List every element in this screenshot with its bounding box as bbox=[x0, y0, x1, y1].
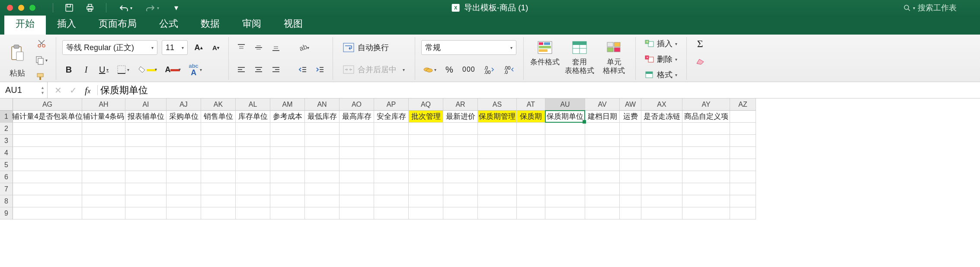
cell-AP9[interactable] bbox=[374, 207, 409, 219]
cell-AS1[interactable]: 保质期管理 bbox=[478, 111, 517, 123]
cell-AW1[interactable]: 运费 bbox=[620, 111, 641, 123]
cell-AH7[interactable] bbox=[82, 183, 125, 195]
cell-AY1[interactable]: 商品自定义项 bbox=[682, 111, 730, 123]
tab-数据[interactable]: 数据 bbox=[189, 13, 231, 35]
cell-AZ9[interactable] bbox=[730, 207, 756, 219]
cell-AO3[interactable] bbox=[339, 135, 374, 147]
cell-AO5[interactable] bbox=[339, 159, 374, 171]
row-header-6[interactable]: 6 bbox=[0, 171, 13, 183]
cell-AT4[interactable] bbox=[517, 147, 545, 159]
cell-AG1[interactable]: 辅计量4是否包装单位 bbox=[13, 111, 82, 123]
row-header-9[interactable]: 9 bbox=[0, 207, 13, 219]
cell-AK7[interactable] bbox=[201, 183, 236, 195]
italic-button[interactable]: I bbox=[80, 63, 93, 76]
cell-AV9[interactable] bbox=[585, 207, 620, 219]
column-header-AQ[interactable]: AQ bbox=[409, 99, 443, 111]
cell-AT3[interactable] bbox=[517, 135, 545, 147]
cell-AX2[interactable] bbox=[641, 123, 682, 135]
cell-AI1[interactable]: 报表辅单位 bbox=[125, 111, 167, 123]
font-name-combo[interactable]: 等线 Regular (正文)▾ bbox=[62, 40, 157, 55]
increase-decimal-button[interactable]: .0.00 bbox=[482, 63, 497, 76]
cell-AO4[interactable] bbox=[339, 147, 374, 159]
cell-AU8[interactable] bbox=[545, 195, 585, 207]
cell-AX3[interactable] bbox=[641, 135, 682, 147]
cell-AM1[interactable]: 参考成本 bbox=[270, 111, 305, 123]
cell-AH3[interactable] bbox=[82, 135, 125, 147]
cell-AG6[interactable] bbox=[13, 171, 82, 183]
cell-AU9[interactable] bbox=[545, 207, 585, 219]
cell-AY2[interactable] bbox=[682, 123, 730, 135]
cell-AV8[interactable] bbox=[585, 195, 620, 207]
fill-color-button[interactable]: ▾ bbox=[136, 63, 158, 76]
cell-AX4[interactable] bbox=[641, 147, 682, 159]
cell-AL4[interactable] bbox=[236, 147, 270, 159]
cell-AR2[interactable] bbox=[443, 123, 478, 135]
cell-AO7[interactable] bbox=[339, 183, 374, 195]
cell-AZ5[interactable] bbox=[730, 159, 756, 171]
row-header-2[interactable]: 2 bbox=[0, 123, 13, 135]
cell-AS8[interactable] bbox=[478, 195, 517, 207]
row-header-5[interactable]: 5 bbox=[0, 159, 13, 171]
increase-indent-button[interactable] bbox=[314, 63, 327, 76]
cell-AJ6[interactable] bbox=[167, 171, 201, 183]
cell-AZ6[interactable] bbox=[730, 171, 756, 183]
cell-AM3[interactable] bbox=[270, 135, 305, 147]
cell-AN1[interactable]: 最低库存 bbox=[305, 111, 339, 123]
column-header-AV[interactable]: AV bbox=[585, 99, 620, 111]
cell-AR8[interactable] bbox=[443, 195, 478, 207]
cell-AZ7[interactable] bbox=[730, 183, 756, 195]
cell-AP2[interactable] bbox=[374, 123, 409, 135]
cell-AP3[interactable] bbox=[374, 135, 409, 147]
cell-AW9[interactable] bbox=[620, 207, 641, 219]
cell-AI3[interactable] bbox=[125, 135, 167, 147]
currency-button[interactable]: ▾ bbox=[421, 63, 439, 76]
cell-AN8[interactable] bbox=[305, 195, 339, 207]
clear-button[interactable] bbox=[693, 54, 708, 67]
cell-AM8[interactable] bbox=[270, 195, 305, 207]
cell-AQ8[interactable] bbox=[409, 195, 443, 207]
cell-AN5[interactable] bbox=[305, 159, 339, 171]
align-center-button[interactable] bbox=[252, 63, 265, 76]
cell-AO8[interactable] bbox=[339, 195, 374, 207]
cell-AU3[interactable] bbox=[545, 135, 585, 147]
cell-AQ1[interactable]: 批次管理 bbox=[409, 111, 443, 123]
column-header-AG[interactable]: AG bbox=[13, 99, 82, 111]
cell-AL6[interactable] bbox=[236, 171, 270, 183]
cell-AX5[interactable] bbox=[641, 159, 682, 171]
paste-button[interactable] bbox=[6, 42, 29, 64]
cell-AT6[interactable] bbox=[517, 171, 545, 183]
cell-AX1[interactable]: 是否走冻链 bbox=[641, 111, 682, 123]
column-header-AI[interactable]: AI bbox=[125, 99, 167, 111]
increase-font-button[interactable]: A▴ bbox=[192, 41, 205, 54]
decrease-font-button[interactable]: A▾ bbox=[209, 41, 222, 54]
tab-开始[interactable]: 开始 bbox=[4, 13, 46, 35]
cell-AH4[interactable] bbox=[82, 147, 125, 159]
cell-AT9[interactable] bbox=[517, 207, 545, 219]
cell-AN2[interactable] bbox=[305, 123, 339, 135]
column-header-AP[interactable]: AP bbox=[374, 99, 409, 111]
cell-AM7[interactable] bbox=[270, 183, 305, 195]
cell-AR9[interactable] bbox=[443, 207, 478, 219]
row-header-1[interactable]: 1 bbox=[0, 111, 13, 123]
fx-icon[interactable]: fx bbox=[85, 85, 90, 96]
cell-AT7[interactable] bbox=[517, 183, 545, 195]
cell-AT5[interactable] bbox=[517, 159, 545, 171]
cell-AU5[interactable] bbox=[545, 159, 585, 171]
font-size-combo[interactable]: 11▾ bbox=[162, 40, 188, 55]
delete-cells-button[interactable]: × 删除▾ bbox=[642, 53, 680, 66]
column-header-AY[interactable]: AY bbox=[682, 99, 730, 111]
minimize-window-button[interactable] bbox=[18, 5, 24, 11]
cell-AU1[interactable]: 保质期单位 bbox=[545, 111, 585, 123]
cell-AL9[interactable] bbox=[236, 207, 270, 219]
cell-AX8[interactable] bbox=[641, 195, 682, 207]
close-window-button[interactable] bbox=[7, 5, 13, 11]
cell-AT8[interactable] bbox=[517, 195, 545, 207]
cell-AS3[interactable] bbox=[478, 135, 517, 147]
cell-AS6[interactable] bbox=[478, 171, 517, 183]
cell-AJ8[interactable] bbox=[167, 195, 201, 207]
save-icon[interactable] bbox=[64, 3, 74, 13]
formula-input[interactable] bbox=[98, 85, 980, 96]
cell-AL1[interactable]: 库存单位 bbox=[236, 111, 270, 123]
cell-AH8[interactable] bbox=[82, 195, 125, 207]
copy-button[interactable]: ▾ bbox=[33, 54, 50, 67]
